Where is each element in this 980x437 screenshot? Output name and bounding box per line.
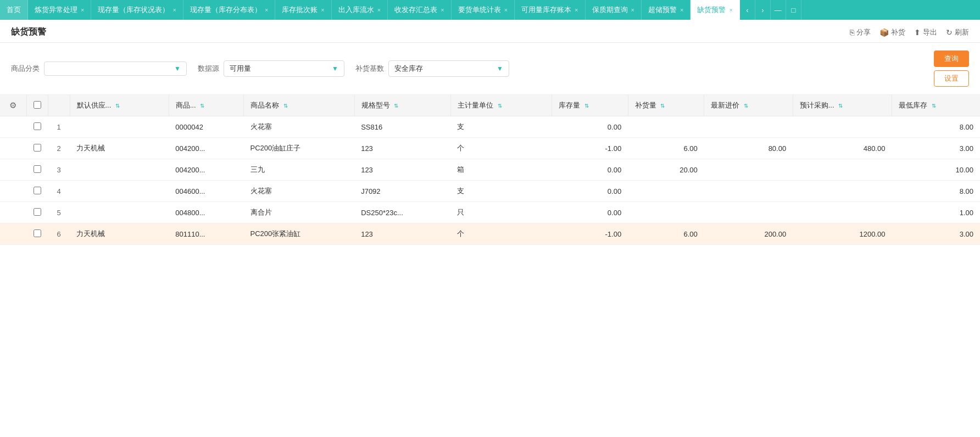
td-est-purchase bbox=[793, 159, 892, 181]
tab-bar: 首页 炼货异常处理 × 现存量（库存状况表） × 现存量（库存分布表） × 库存… bbox=[0, 0, 980, 20]
td-replenish-qty: 20.00 bbox=[628, 159, 704, 181]
settings-button[interactable]: 设置 bbox=[934, 70, 969, 87]
replenish-base-value: 安全库存 bbox=[394, 64, 423, 74]
tab-maximize-btn[interactable]: □ bbox=[786, 0, 801, 20]
td-supplier: 力天机械 bbox=[70, 138, 169, 159]
td-spec-model: 123 bbox=[354, 138, 450, 159]
td-num: 3 bbox=[48, 159, 70, 181]
td-gear bbox=[0, 202, 26, 223]
tab-abnormal[interactable]: 炼货异常处理 × bbox=[28, 0, 91, 20]
tab-home[interactable]: 首页 bbox=[0, 0, 28, 20]
td-unit: 个 bbox=[450, 223, 552, 245]
td-latest-price bbox=[704, 116, 793, 138]
td-checkbox bbox=[26, 116, 48, 138]
tab-prev-btn[interactable]: ‹ bbox=[740, 0, 755, 20]
th-num bbox=[48, 95, 70, 116]
replenish-base-select[interactable]: 安全库存 ▼ bbox=[388, 60, 509, 77]
tab-overstock[interactable]: 超储预警 × bbox=[642, 0, 691, 20]
tab-shortage[interactable]: 缺货预警 × bbox=[691, 0, 739, 20]
table-wrapper: ⚙ 默认供应... ⇅ 商品... ⇅ 商品名称 bbox=[0, 95, 980, 245]
refresh-button[interactable]: ↻ 刷新 bbox=[946, 27, 969, 37]
th-replenish-qty[interactable]: 补货量 ⇅ bbox=[628, 95, 704, 116]
td-stock-qty: -1.00 bbox=[552, 223, 628, 245]
td-replenish-qty bbox=[628, 116, 704, 138]
replenish-button[interactable]: 📦 补货 bbox=[879, 27, 905, 37]
row-checkbox[interactable] bbox=[34, 165, 41, 173]
tab-next-btn[interactable]: › bbox=[755, 0, 771, 20]
tab-demand-stats[interactable]: 要货单统计表 × bbox=[452, 0, 515, 20]
tab-batch-account[interactable]: 库存批次账 × bbox=[275, 0, 331, 20]
minimize-icon: — bbox=[775, 6, 782, 14]
td-min-stock: 3.00 bbox=[892, 138, 980, 159]
page-content: 缺货预警 ⎘ 分享 📦 补货 ⬆ 导出 ↻ 刷新 商品分类 bbox=[0, 20, 980, 437]
sort-icon-price: ⇅ bbox=[744, 103, 748, 109]
td-num: 4 bbox=[48, 181, 70, 202]
row-checkbox[interactable] bbox=[34, 187, 41, 194]
table-row: 6 力天机械 801110... PC200张紧油缸 123 个 -1.00 6… bbox=[0, 223, 980, 245]
th-spec-model[interactable]: 规格型号 ⇅ bbox=[354, 95, 450, 116]
tab-available-ledger[interactable]: 可用量库存账本 × bbox=[515, 0, 585, 20]
tab-expiry-query[interactable]: 保质期查询 × bbox=[586, 0, 642, 20]
td-num: 1 bbox=[48, 116, 70, 138]
tab-close-shortage[interactable]: × bbox=[729, 7, 732, 13]
tab-close-demand-stats[interactable]: × bbox=[504, 7, 508, 13]
td-product-code: 004200... bbox=[169, 138, 243, 159]
data-table: ⚙ 默认供应... ⇅ 商品... ⇅ 商品名称 bbox=[0, 95, 980, 245]
td-latest-price: 200.00 bbox=[704, 223, 793, 245]
td-est-purchase bbox=[793, 116, 892, 138]
td-stock-qty: 0.00 bbox=[552, 159, 628, 181]
tab-inout-flow[interactable]: 出入库流水 × bbox=[332, 0, 388, 20]
row-checkbox[interactable] bbox=[34, 144, 41, 152]
row-checkbox[interactable] bbox=[34, 208, 41, 216]
th-product-code[interactable]: 商品... ⇅ bbox=[169, 95, 243, 116]
tab-close-available-ledger[interactable]: × bbox=[575, 7, 578, 13]
td-gear bbox=[0, 223, 26, 245]
td-est-purchase bbox=[793, 202, 892, 223]
tab-close-inventory-dist[interactable]: × bbox=[265, 7, 268, 13]
th-default-supplier[interactable]: 默认供应... ⇅ bbox=[70, 95, 169, 116]
tab-close-batch-account[interactable]: × bbox=[321, 7, 324, 13]
tab-receive-summary[interactable]: 收发存汇总表 × bbox=[388, 0, 451, 20]
tab-close-abnormal[interactable]: × bbox=[81, 7, 84, 13]
gear-icon[interactable]: ⚙ bbox=[9, 100, 16, 110]
tab-inventory-dist[interactable]: 现存量（库存分布表） × bbox=[183, 0, 275, 20]
table-row: 1 0000042 火花塞 SS816 支 0.00 8.00 bbox=[0, 116, 980, 138]
th-stock-qty[interactable]: 库存量 ⇅ bbox=[552, 95, 628, 116]
share-icon: ⎘ bbox=[850, 28, 854, 37]
sort-icon-name: ⇅ bbox=[283, 103, 288, 109]
sort-icon-stock: ⇅ bbox=[584, 103, 589, 109]
tab-close-overstock[interactable]: × bbox=[680, 7, 683, 13]
tab-close-receive-summary[interactable]: × bbox=[441, 7, 444, 13]
td-stock-qty: 0.00 bbox=[552, 202, 628, 223]
sort-icon-est: ⇅ bbox=[838, 103, 843, 109]
row-checkbox[interactable] bbox=[34, 229, 41, 237]
replenish-icon: 📦 bbox=[879, 28, 889, 37]
th-min-stock[interactable]: 最低库存 ⇅ bbox=[892, 95, 980, 116]
td-replenish-qty bbox=[628, 181, 704, 202]
td-unit: 个 bbox=[450, 138, 552, 159]
tab-close-expiry-query[interactable]: × bbox=[631, 7, 634, 13]
td-unit: 支 bbox=[450, 116, 552, 138]
export-button[interactable]: ⬆ 导出 bbox=[914, 27, 937, 37]
row-checkbox[interactable] bbox=[34, 122, 41, 130]
tab-inventory-status[interactable]: 现存量（库存状况表） × bbox=[91, 0, 183, 20]
share-button[interactable]: ⎘ 分享 bbox=[850, 27, 871, 37]
th-est-purchase[interactable]: 预计采购... ⇅ bbox=[793, 95, 892, 116]
query-button[interactable]: 查询 bbox=[934, 51, 969, 67]
th-product-name[interactable]: 商品名称 ⇅ bbox=[244, 95, 355, 116]
category-select[interactable]: ▼ bbox=[44, 61, 187, 76]
th-latest-price[interactable]: 最新进价 ⇅ bbox=[704, 95, 793, 116]
tab-minimize-btn[interactable]: — bbox=[771, 0, 786, 20]
sort-icon-code: ⇅ bbox=[200, 103, 204, 109]
th-unit[interactable]: 主计量单位 ⇅ bbox=[450, 95, 552, 116]
td-latest-price bbox=[704, 159, 793, 181]
td-checkbox bbox=[26, 138, 48, 159]
replenish-base-filter-group: 补货基数 安全库存 ▼ bbox=[355, 60, 509, 77]
th-gear: ⚙ bbox=[0, 95, 26, 116]
tab-close-inout-flow[interactable]: × bbox=[377, 7, 381, 13]
td-num: 5 bbox=[48, 202, 70, 223]
tab-close-inventory-status[interactable]: × bbox=[172, 7, 176, 13]
select-all-checkbox[interactable] bbox=[34, 101, 41, 109]
datasource-select[interactable]: 可用量 ▼ bbox=[224, 60, 344, 77]
td-num: 6 bbox=[48, 223, 70, 245]
